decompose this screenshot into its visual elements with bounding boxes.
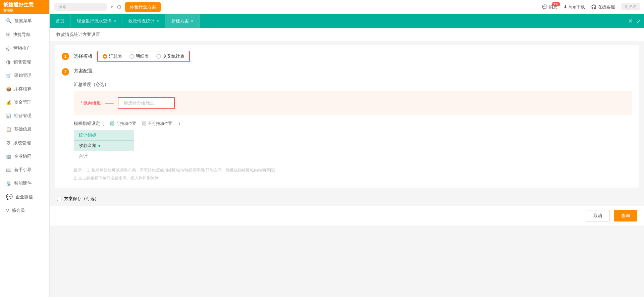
topbar: 搜索 体验行业方案 消息 99+ App下载 在线客服 用户名 [50,0,644,14]
sidebar-item-sys[interactable]: 系统管理 [0,136,49,150]
topbar-search[interactable]: 搜索 [54,3,107,11]
service-btn[interactable]: 在线客服 [591,4,615,10]
vertical-dim-input[interactable]: 请选择分组维度 [118,97,175,109]
radio-cross-circle [156,54,161,59]
tab-receipts-label: 收款情况统计 [128,18,155,24]
tab-home[interactable]: 首页 [50,14,71,28]
ops-icon [6,113,11,119]
sidebar-label-vip: 畅会员 [12,207,25,213]
app-logo: 畅捷通好生意 标准版 [0,0,49,14]
section-step1: 1 选择模板 汇总表 明细表 [55,45,639,188]
sidebar-item-base[interactable]: 基础信息 [0,122,49,136]
metrics-table: 统计指标 收款金额 ▾ 合计 [74,130,134,162]
step1-row: 1 选择模板 汇总表 明细表 [62,51,632,62]
sidebar-item-vip[interactable]: 畅会员 [0,204,49,217]
template-selector-box: 汇总表 明细表 交叉统计表 [97,51,190,62]
save-checkbox[interactable] [57,197,61,201]
sidebar-label-finance: 资金管理 [14,99,32,105]
sidebar-item-nav[interactable]: 快捷导航 [0,28,49,41]
sidebar-label-search: 搜索菜单 [14,18,32,24]
tab-home-label: 首页 [56,18,64,24]
sidebar-item-purchase[interactable]: 采购管理 [0,69,49,82]
radio-detail-circle [129,54,134,59]
fixed-dot [142,121,146,126]
dimension-label: 汇总维度（必选） [74,82,632,88]
tab-newplan-close[interactable]: × [191,19,193,23]
tip2: 2. 点击标题栏下拉可设置排序、插入列和删除列 [74,174,632,182]
username-display: 用户名 [621,3,640,10]
search-icon [6,18,12,24]
metrics-header-row: 模板指标设定（ 可拖动位置 不可拖动位置 ） [74,120,632,127]
legend-draggable: 可拖动位置 [110,121,136,127]
sidebar-label-sales: 销售管理 [13,59,31,65]
hw-icon [6,180,11,186]
step1-label: 选择模板 [74,53,93,59]
topbar-dropdown-arrow[interactable] [111,4,113,9]
tab-bar: 首页 现金银行流水查询 × 收款情况统计 × 新建方案 × ✕ ⤢ [50,14,644,28]
trial-btn[interactable]: 体验行业方案 [125,2,161,12]
sidebar-item-hw[interactable]: 智能硬件 [0,177,49,190]
service-icon [591,4,596,9]
expand-icon[interactable]: ⤢ [636,18,641,24]
save-row: 方案保存（可选） [50,192,644,206]
vertical-dim-arrow: —— [105,101,114,106]
sidebar-label-wechat: 企业微信 [15,194,33,200]
sidebar-item-marketing[interactable]: 营销推广 [0,41,49,55]
metrics-col-dropdown-icon[interactable]: ▾ [98,143,101,148]
gear-icon[interactable] [116,3,122,11]
tabs-controls: ✕ ⤢ [625,14,644,28]
step1-number: 1 [62,53,69,60]
sidebar-item-guide[interactable]: 新手引导 [0,163,49,177]
sidebar-item-corp[interactable]: 企业协同 [0,150,49,163]
metrics-header-text: 模板指标设定（ [74,120,104,127]
tab-receipts[interactable]: 收款情况统计 × [122,14,165,28]
radio-cross[interactable]: 交叉统计表 [156,53,184,59]
legend-fixed-label: 不可拖动位置 [148,121,172,127]
radio-summary-label: 汇总表 [109,53,122,59]
close-icon[interactable]: ✕ [628,17,633,25]
notification-btn[interactable]: 消息 99+ [542,4,557,10]
radio-summary-circle [103,54,107,59]
page-title: 收款情况统计方案设置 [56,32,100,37]
download-icon [564,4,567,9]
download-label: App下载 [569,4,585,10]
template-radio-group: 汇总表 明细表 交叉统计表 [103,53,184,59]
legend-fixed: 不可拖动位置 [142,121,172,127]
sidebar-item-finance[interactable]: 资金管理 [0,96,49,109]
radio-cross-label: 交叉统计表 [163,53,184,59]
notif-badge: 99+ [552,2,560,6]
topbar-right: 消息 99+ App下载 在线客服 用户名 [542,3,640,10]
radio-summary[interactable]: 汇总表 [103,53,122,59]
sidebar-item-sales[interactable]: 销售管理 [0,55,49,69]
mkt-icon [6,45,11,51]
tab-cashflow-close[interactable]: × [114,19,116,23]
tab-cashflow[interactable]: 现金银行流水查询 × [71,14,122,28]
guide-icon [6,167,11,173]
tab-newplan-label: 新建方案 [171,18,189,24]
bottom-action-bar: 取消 查询 [50,206,644,226]
sidebar-label-guide: 新手引导 [14,167,32,173]
query-button[interactable]: 查询 [614,210,637,221]
base-icon [6,126,11,132]
tab-newplan[interactable]: 新建方案 × [165,14,200,28]
sidebar-item-ops[interactable]: 经营管理 [0,109,49,122]
metrics-col-row[interactable]: 收款金额 ▾ [74,140,134,151]
sales-icon [6,59,11,65]
sidebar-label-base: 基础信息 [14,126,32,132]
radio-detail-label: 明细表 [136,53,149,59]
sidebar-item-wechat[interactable]: 企业微信 [0,190,49,204]
sidebar-item-search[interactable]: 搜索菜单 [0,14,49,28]
vertical-dim-placeholder: 请选择分组维度 [124,100,154,105]
vertical-dim-row: * 纵向维度 —— 请选择分组维度 [80,97,625,109]
wechat-icon [6,194,13,200]
radio-detail[interactable]: 明细表 [129,53,149,59]
cancel-button[interactable]: 取消 [586,210,610,221]
page-header: 收款情况统计方案设置 [50,28,644,41]
download-btn[interactable]: App下载 [564,4,585,10]
step2-label: 方案配置 [74,68,93,74]
tip1: 提示： 1. 拖动标题栏可以调整布局，不可跨维度或指标区域拖动栏目字段(只能在同… [74,166,632,174]
legend-draggable-label: 可拖动位置 [116,121,136,127]
tab-receipts-close[interactable]: × [157,19,159,23]
sidebar-item-stock[interactable]: 库存核算 [0,82,49,96]
page-content: 收款情况统计方案设置 1 选择模板 汇总表 [50,28,644,297]
